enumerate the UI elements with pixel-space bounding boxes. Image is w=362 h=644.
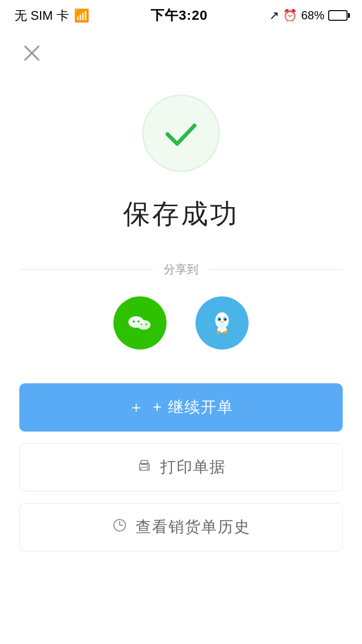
- svg-point-17: [219, 322, 225, 330]
- status-right: ↗ ⏰ 68%: [269, 9, 348, 22]
- battery-text: 68%: [301, 9, 324, 22]
- main-content: 保存成功 分享到: [0, 70, 362, 644]
- wechat-share-button[interactable]: [113, 296, 167, 350]
- svg-point-4: [133, 321, 135, 322]
- svg-point-16: [223, 331, 228, 334]
- battery-icon: [328, 10, 348, 21]
- svg-point-13: [224, 319, 226, 321]
- action-buttons: ＋ + 继续开单 打印单据 查看销货单历史: [19, 383, 343, 551]
- share-icons: [113, 296, 249, 350]
- plus-icon: ＋: [128, 397, 145, 418]
- svg-point-15: [216, 331, 221, 334]
- location-icon: ↗: [269, 9, 279, 22]
- svg-point-6: [140, 323, 142, 325]
- svg-point-21: [147, 465, 149, 467]
- close-button[interactable]: [19, 41, 44, 66]
- wifi-icon: 📶: [74, 8, 89, 23]
- svg-point-5: [138, 321, 139, 322]
- divider-line-right: [208, 269, 343, 270]
- success-icon-circle: [142, 95, 220, 172]
- alarm-icon: ⏰: [283, 9, 297, 22]
- history-button[interactable]: 查看销货单历史: [19, 503, 343, 551]
- close-area: [0, 31, 362, 70]
- status-time: 下午3:20: [151, 6, 208, 25]
- divider-line-left: [19, 269, 154, 270]
- close-icon: [23, 44, 41, 62]
- share-divider: 分享到: [19, 262, 343, 277]
- share-label: 分享到: [154, 262, 208, 277]
- qq-icon: [208, 308, 237, 337]
- no-sim-text: 无 SIM 卡: [14, 7, 69, 24]
- printer-icon: [136, 457, 153, 477]
- checkmark-icon: [162, 114, 200, 153]
- status-bar: 无 SIM 卡 📶 下午3:20 ↗ ⏰ 68%: [0, 0, 362, 31]
- print-button[interactable]: 打印单据: [19, 443, 343, 491]
- qq-share-button[interactable]: [195, 296, 249, 350]
- history-label: 查看销货单历史: [136, 517, 251, 538]
- success-title: 保存成功: [123, 196, 239, 233]
- continue-order-button[interactable]: ＋ + 继续开单: [19, 383, 343, 432]
- status-left: 无 SIM 卡 📶: [14, 7, 89, 24]
- print-label: 打印单据: [160, 457, 226, 478]
- continue-order-label: + 继续开单: [153, 397, 234, 418]
- svg-point-12: [219, 319, 221, 321]
- wechat-icon: [125, 308, 154, 337]
- svg-point-7: [145, 323, 147, 325]
- svg-rect-20: [141, 467, 148, 470]
- history-icon: [111, 517, 128, 537]
